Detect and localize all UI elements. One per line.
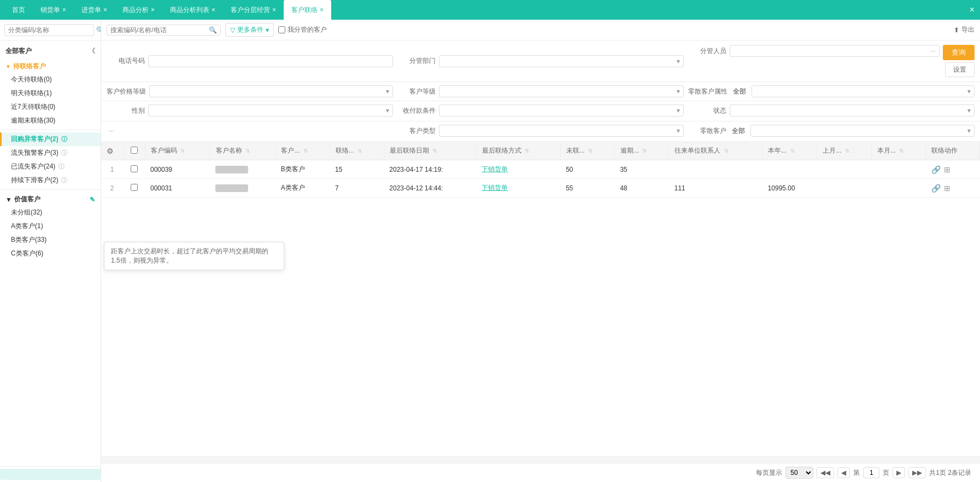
customer-type-select[interactable]: ▾ [439,125,684,137]
col-last-method-label: 最后联络方式 [482,147,521,154]
nav-close-product-list[interactable]: × [212,6,215,14]
nav-close-purchase[interactable]: × [103,6,107,14]
nav-product-analysis-list[interactable]: 商品分析列表 × [162,0,223,20]
customer-level-select[interactable]: ▾ [439,85,684,97]
nav-close-product-analysis[interactable]: × [151,6,155,14]
col-name-sort[interactable]: ⇅ [245,148,250,154]
nav-home[interactable]: 首页 [4,0,33,20]
nav-product-analysis[interactable]: 商品分析 × [115,0,162,20]
row2-grid-icon[interactable]: ⊞ [944,184,950,193]
col-uncontacted-sort[interactable]: ⇅ [588,148,592,154]
nav-customer-contact[interactable]: 客户联络 × [284,0,331,20]
sidebar-item-class-c[interactable]: C类客户(6) [0,247,101,260]
export-button[interactable]: ⬆ 导出 [954,25,975,34]
col-contact-count-sort[interactable]: ⇅ [357,148,362,154]
retail-attr-label: 零散客户属性 [688,87,727,96]
sidebar-collapse-icon[interactable]: 《 [89,47,95,56]
col-type-sort[interactable]: ⇅ [303,148,308,154]
row1-grid-icon[interactable]: ⊞ [944,165,950,174]
customer-level-arrow: ▾ [677,88,680,95]
sidebar-search-input[interactable] [4,24,94,36]
nav-close-sales[interactable]: × [62,6,66,14]
sidebar-item-declining[interactable]: 持续下滑客户(2) ⓘ [0,173,101,187]
col-last-method-sort[interactable]: ⇅ [525,148,529,154]
retail-attr-select[interactable]: ▾ [752,85,975,97]
col-this-month-sort[interactable]: ⇅ [899,148,903,154]
row1-uncontacted: 50 [560,160,614,179]
horizontal-scrollbar[interactable] [101,456,980,463]
col-overdue: 逾期... ⇅ [614,142,668,160]
sidebar-item-class-b[interactable]: B类客户(33) [0,233,101,247]
row2-code: 000031 [145,179,210,198]
department-select[interactable]: ▾ [439,55,684,67]
sidebar-item-overdue[interactable]: 逾期未联络(30) [0,114,101,127]
col-last-date-sort[interactable]: ⇅ [432,148,437,154]
row2-uncontacted: 55 [560,179,614,198]
sidebar: 🔍 全部客户 《 ▼ 待联络客户 今天待联络(0) 明天待联络(1) 近7天待联… [0,20,101,482]
filter-price-level: 客户价格等级 ▾ [107,85,393,97]
settings-button[interactable]: 设置 [945,62,975,77]
gender-select[interactable]: ▾ [148,104,393,117]
ellipsis-icon[interactable]: ··· [109,127,114,135]
page-number-input[interactable] [863,467,879,478]
sidebar-item-tomorrow[interactable]: 明天待联络(1) [0,86,101,100]
phone-label: 电话号码 [107,56,145,66]
my-customer-checkbox[interactable] [278,26,285,33]
price-level-select[interactable]: ▾ [149,85,393,97]
sidebar-item-7days[interactable]: 近7天待联络(0) [0,100,101,114]
prev-page-button[interactable]: ◀ [837,467,850,478]
row2-link-icon[interactable]: 🔗 [931,184,941,193]
sidebar-item-churned[interactable]: 已流失客户(24) ⓘ [0,160,101,173]
nav-sales-order[interactable]: 销货单 × [33,0,74,20]
search-input[interactable] [110,26,209,34]
sidebar-edit-icon[interactable]: ✎ [90,196,95,204]
col-unit-contacts-sort[interactable]: ⇅ [724,148,729,154]
payment-select[interactable]: ▾ [439,104,684,117]
filter-row2: 客户价格等级 ▾ 客户等级 ▾ 零散客户属性 全部 ▾ [101,82,980,101]
manager-ellipsis[interactable]: ··· [930,47,936,55]
row2-method-link[interactable]: 下销货单 [482,184,508,191]
window-close-button[interactable]: × [970,5,975,15]
sidebar-item-today[interactable]: 今天待联络(0) [0,73,101,86]
col-uncontacted: 未联... ⇅ [560,142,614,160]
row1-link-icon[interactable]: 🔗 [931,165,941,174]
filter-retail-customer: 零散客户 全部 ▾ [688,125,975,137]
row1-year [762,160,817,179]
sidebar-item-repurchase-abnormal[interactable]: 回购异常客户(2) ⓘ [0,132,101,146]
search-icon[interactable]: 🔍 [209,26,217,34]
more-conditions-btn[interactable]: ▽ 更多条件 ▾ [225,23,274,37]
sidebar-item-ungroupe[interactable]: 未分组(32) [0,206,101,219]
next-page-button[interactable]: ▶ [893,467,905,478]
sidebar-group-value[interactable]: ▼ 价值客户 ✎ [0,192,101,206]
row1-checkbox[interactable] [131,165,138,172]
status-select[interactable]: ▾ [730,104,975,117]
retail-customer-label: 零散客户 [688,126,726,136]
nav-customer-layered[interactable]: 客户分层经营 × [223,0,284,20]
col-code-sort[interactable]: ⇅ [180,148,185,154]
phone-input[interactable] [148,55,393,67]
row1-method-link[interactable]: 下销货单 [482,165,508,173]
row1-action-icons: 🔗 ⊞ [931,165,975,174]
query-button[interactable]: 查询 [943,45,975,60]
last-page-button[interactable]: ▶▶ [908,467,926,478]
nav-purchase-order[interactable]: 进货单 × [74,0,115,20]
nav-close-customer-contact[interactable]: × [320,6,324,14]
row2-checkbox[interactable] [131,184,138,191]
sidebar-content: 全部客户 《 ▼ 待联络客户 今天待联络(0) 明天待联络(1) 近7天待联络(… [0,41,101,466]
col-last-month: 上月... ⇅ [817,142,871,160]
filter-row3: 性别 ▾ 收付款条件 ▾ 状态 ▾ [101,101,980,121]
first-page-button[interactable]: ◀◀ [817,467,834,478]
table-settings-button[interactable]: ⚙ [107,147,114,155]
col-overdue-sort[interactable]: ⇅ [642,148,647,154]
manager-select[interactable]: ··· [730,45,940,57]
select-all-checkbox[interactable] [131,147,138,154]
payment-label: 收付款条件 [397,106,436,115]
sidebar-item-class-a[interactable]: A类客户(1) [0,219,101,233]
nav-close-customer-layered[interactable]: × [272,6,276,14]
per-page-select[interactable]: 50 20 100 [785,467,813,479]
sidebar-group-pending[interactable]: ▼ 待联络客户 [0,59,101,73]
retail-customer-select[interactable]: ▾ [750,125,975,137]
sidebar-item-churn-warning[interactable]: 流失预警客户(3) ⓘ [0,146,101,160]
col-last-month-sort[interactable]: ⇅ [845,148,849,154]
col-year-sort[interactable]: ⇅ [790,148,795,154]
